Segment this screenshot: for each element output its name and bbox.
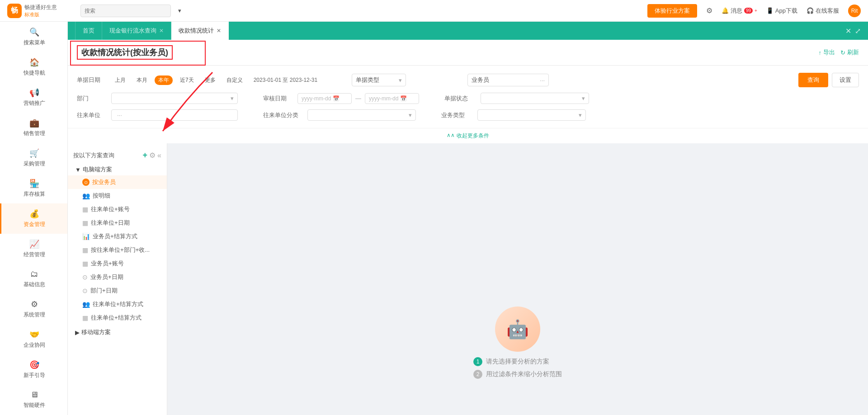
date-tabs-group: 上月 本月 本年 近7天 更多 自定义 bbox=[111, 75, 246, 85]
counterpart-dots[interactable]: ··· bbox=[117, 112, 122, 118]
scheme-settings-icon[interactable]: ⚙ bbox=[149, 151, 156, 160]
dept-select[interactable]: ▾ bbox=[111, 93, 238, 104]
export-icon: ↑ bbox=[819, 49, 822, 56]
sidebar-item-sales[interactable]: 💼 销售管理 bbox=[0, 113, 67, 143]
counterpart-label: 往来单位 bbox=[77, 111, 104, 119]
scheme-item-counterpart-account[interactable]: ▦ 往来单位+账号 bbox=[68, 203, 167, 216]
tab-expand-btn[interactable]: ⤢ bbox=[855, 27, 861, 35]
date-tab-more[interactable]: 更多 bbox=[201, 75, 219, 85]
doc-type-chevron-icon: ▾ bbox=[399, 77, 402, 84]
group-mobile-expand-icon: ▶ bbox=[75, 329, 80, 336]
tab-bank-close[interactable]: ✕ bbox=[159, 28, 164, 34]
collapse-label: 收起更多条件 bbox=[457, 132, 489, 140]
sidebar-label-hardware: 智能硬件 bbox=[24, 401, 45, 409]
scheme-icon-spa: ▦ bbox=[82, 260, 88, 267]
refresh-button[interactable]: ↻ 刷新 bbox=[840, 48, 859, 57]
export-button[interactable]: ↑ 导出 bbox=[819, 48, 835, 57]
content-area: 按以下方案查询 + ⚙ « ▼ 电脑端方案 ⊙ 按业务员 bbox=[68, 143, 868, 415]
scheme-item-label-3: 往来单位+日期 bbox=[91, 219, 130, 227]
header-dropdown[interactable]: ▾ bbox=[176, 7, 181, 14]
sidebar-label-basic: 基础信息 bbox=[24, 281, 45, 288]
scheme-item-detail[interactable]: 👥 按明细 bbox=[68, 189, 167, 203]
notification-label: 消息 bbox=[731, 7, 742, 15]
date-tab-thisyear[interactable]: 本年 bbox=[155, 75, 173, 85]
app-download-item[interactable]: 📱 App下载 bbox=[766, 7, 797, 15]
search-menu-icon: 🔍 bbox=[29, 27, 39, 37]
sidebar-item-hardware[interactable]: 🖥 智能硬件 bbox=[0, 385, 67, 415]
scheme-item-counterpart-date[interactable]: ▦ 往来单位+日期 bbox=[68, 216, 167, 230]
doc-type-select[interactable]: 单据类型 ▾ bbox=[352, 74, 406, 86]
logo-text: 畅捷通好生意 bbox=[24, 4, 57, 11]
top-header: 畅 畅捷通好生意 标准版 ▾ 体验行业方案 ⚙ 🔔 消息 99 + 📱 App下… bbox=[0, 0, 868, 22]
settings-icon[interactable]: ⚙ bbox=[706, 6, 712, 15]
online-service-item[interactable]: 🎧 在线客服 bbox=[807, 7, 839, 15]
sidebar-item-system[interactable]: ⚙ 系统管理 bbox=[0, 294, 67, 324]
system-icon: ⚙ bbox=[31, 299, 38, 309]
sidebar-item-quicknav[interactable]: 🏠 快捷导航 bbox=[0, 52, 67, 82]
scheme-item-dept-date[interactable]: ⊙ 部门+日期 bbox=[68, 284, 167, 297]
date-tab-lastmonth[interactable]: 上月 bbox=[111, 75, 129, 85]
review-date-label: 审核日期 bbox=[263, 94, 290, 103]
tab-close-btn[interactable]: ✕ bbox=[845, 27, 851, 35]
scheme-item-cp-settlement2[interactable]: ▦ 往来单位+结算方式 bbox=[68, 311, 167, 325]
scheme-item-cp-settlement1[interactable]: 👥 往来单位+结算方式 bbox=[68, 297, 167, 311]
tab-collection[interactable]: 收款情况统计 ✕ bbox=[171, 22, 229, 40]
scheme-item-by-salesperson[interactable]: ⊙ 按业务员 bbox=[68, 175, 167, 189]
doc-status-select[interactable]: ▾ bbox=[481, 93, 589, 104]
sidebar-item-search[interactable]: 🔍 搜索菜单 bbox=[0, 22, 67, 52]
date-separator: — bbox=[355, 95, 361, 102]
scheme-group-desktop[interactable]: ▼ 电脑端方案 bbox=[68, 164, 167, 175]
sidebar: 🔍 搜索菜单 🏠 快捷导航 📢 营销推广 💼 销售管理 🛒 采购管理 🏪 库存核… bbox=[0, 22, 68, 415]
app-download-label: App下载 bbox=[775, 7, 797, 15]
sidebar-label-quicknav: 快捷导航 bbox=[24, 69, 45, 77]
scheme-item-label-9: 往来单位+结算方式 bbox=[93, 300, 143, 308]
search-input[interactable] bbox=[80, 5, 171, 17]
notification-item[interactable]: 🔔 消息 99 + bbox=[722, 7, 757, 15]
review-date-group: yyyy-mm-dd 📅 — yyyy-mm-dd 📅 bbox=[297, 93, 419, 104]
counterpart-select[interactable]: ··· bbox=[111, 109, 238, 121]
dropdown-chevron-icon: ▾ bbox=[178, 7, 181, 14]
salesperson-group: 业务员 ··· bbox=[467, 74, 549, 86]
date-tab-custom[interactable]: 自定义 bbox=[223, 75, 246, 85]
scheme-item-label-2: 往来单位+账号 bbox=[91, 205, 130, 213]
query-button[interactable]: 查询 bbox=[798, 73, 828, 87]
sidebar-item-inventory[interactable]: 🏪 库存核算 bbox=[0, 173, 67, 203]
empty-robot-icon: 🤖 bbox=[495, 307, 540, 352]
collapse-row[interactable]: ∧∧ 收起更多条件 bbox=[68, 128, 868, 143]
scheme-add-icon[interactable]: + bbox=[143, 151, 148, 160]
tab-home[interactable]: 首页 bbox=[75, 22, 102, 40]
tab-collection-close[interactable]: ✕ bbox=[217, 28, 221, 34]
sidebar-item-basic[interactable]: 🗂 基础信息 bbox=[0, 264, 67, 294]
operations-icon: 📈 bbox=[29, 239, 39, 249]
date-tab-7days[interactable]: 近7天 bbox=[176, 75, 198, 85]
sidebar-item-guide[interactable]: 🎯 新手引导 bbox=[0, 354, 67, 385]
doc-status-chevron-icon: ▾ bbox=[582, 95, 585, 102]
step-2-text: 用过滤条件来缩小分析范围 bbox=[486, 370, 562, 378]
scheme-group-mobile[interactable]: ▶ 移动端方案 bbox=[68, 326, 167, 338]
sidebar-item-finance[interactable]: 💰 资金管理 bbox=[0, 203, 67, 234]
salesperson-select[interactable]: 业务员 ··· bbox=[467, 74, 549, 86]
scheme-item-label-8: 部门+日期 bbox=[90, 287, 118, 295]
scheme-item-salesperson-settlement[interactable]: 📊 业务员+结算方式 bbox=[68, 230, 167, 243]
user-avatar[interactable]: Rit bbox=[848, 5, 861, 17]
sidebar-item-enterprise[interactable]: 🤝 企业协同 bbox=[0, 324, 67, 354]
sidebar-item-marketing[interactable]: 📢 营销推广 bbox=[0, 82, 67, 113]
biz-type-select[interactable]: ▾ bbox=[477, 109, 586, 121]
scheme-collapse-icon[interactable]: « bbox=[157, 151, 161, 160]
notification-plus: + bbox=[755, 8, 757, 13]
settings-button[interactable]: 设置 bbox=[832, 73, 859, 87]
page-title: 收款情况统计(按业务员) bbox=[77, 45, 173, 60]
page-header-actions: ↑ 导出 ↻ 刷新 bbox=[819, 48, 859, 57]
date-tab-thismonth[interactable]: 本月 bbox=[133, 75, 151, 85]
review-date-to[interactable]: yyyy-mm-dd 📅 bbox=[365, 93, 419, 104]
counterpart-category-select[interactable]: ▾ bbox=[307, 109, 416, 121]
sidebar-item-operations[interactable]: 📈 经营管理 bbox=[0, 234, 67, 264]
sidebar-item-purchase[interactable]: 🛒 采购管理 bbox=[0, 143, 67, 173]
sidebar-label-inventory: 库存核算 bbox=[24, 190, 45, 198]
review-date-from[interactable]: yyyy-mm-dd 📅 bbox=[297, 93, 352, 104]
trial-button[interactable]: 体验行业方案 bbox=[647, 4, 697, 18]
tab-bank[interactable]: 现金银行流水查询 ✕ bbox=[102, 22, 171, 40]
scheme-item-counterpart-dept[interactable]: ▦ 按往来单位+部门+收... bbox=[68, 243, 167, 257]
scheme-item-salesperson-date[interactable]: ⊙ 业务员+日期 bbox=[68, 270, 167, 284]
scheme-item-salesperson-account[interactable]: ▦ 业务员+账号 bbox=[68, 257, 167, 270]
